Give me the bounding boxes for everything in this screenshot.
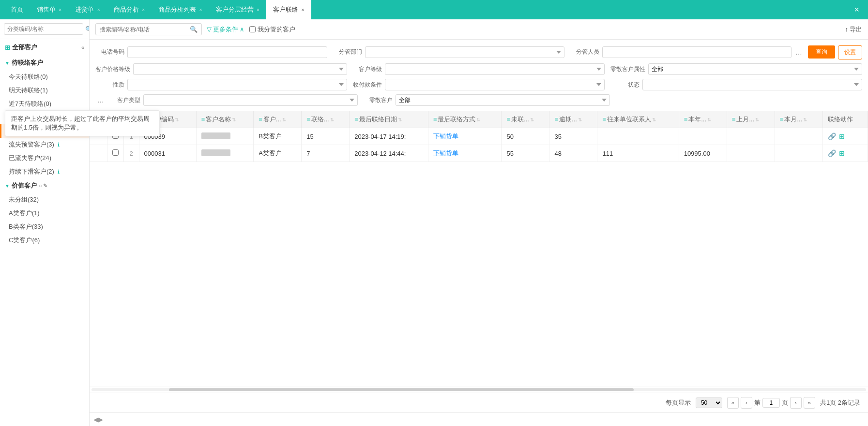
row-type: B类客户 <box>254 128 302 145</box>
page-sep: 页 <box>782 398 788 407</box>
bottom-left-btn[interactable]: ◀ <box>93 416 98 423</box>
phone-input[interactable] <box>127 46 327 58</box>
bottom-right-btn[interactable]: ▶ <box>98 416 103 423</box>
export-button[interactable]: ↑ 导出 <box>845 25 863 34</box>
row-name[interactable] <box>196 128 253 145</box>
filter-actions: 查询 设置 <box>808 44 862 59</box>
sidebar-item-a-class[interactable]: A类客户(1) <box>0 206 89 220</box>
table-header-last-contact-way[interactable]: ≡最后联络方式⇅ <box>428 111 502 128</box>
customer-table: ⚙ ≡客户编码⇅ ≡客户名称⇅ ≡客户...⇅ ≡联络...⇅ ≡最后联络日期⇅… <box>90 111 868 162</box>
retail-customer-select[interactable]: 全部 <box>396 94 610 106</box>
table-header-last-month[interactable]: ≡上月...⇅ <box>727 111 775 128</box>
row-uncontacted: 50 <box>502 128 549 145</box>
table-header-this-year[interactable]: ≡本年...⇅ <box>679 111 727 128</box>
more-dots[interactable]: ... <box>95 96 106 104</box>
table-header-last-contact-date[interactable]: ≡最后联络日期⇅ <box>350 111 428 128</box>
query-button[interactable]: 查询 <box>808 45 835 59</box>
my-customers-checkbox[interactable] <box>249 26 256 32</box>
export-icon: ↑ <box>845 26 849 33</box>
action-link-icon[interactable]: 🔗 <box>828 149 836 157</box>
sidebar-item-continuous-down[interactable]: 持续下滑客户(2) ℹ <box>0 165 89 178</box>
row-contact: 7 <box>302 145 350 162</box>
search-input[interactable] <box>100 26 188 33</box>
tooltip-popup: 距客户上次交易时长，超过了此客户的平均交易周期的1.5倍，则视为异常。 <box>5 110 160 136</box>
nav-purchase[interactable]: 进货单 × <box>68 0 107 19</box>
nav-sales-close[interactable]: × <box>59 7 61 13</box>
first-page-btn[interactable]: « <box>727 397 739 409</box>
chevron-down-icon: ∧ <box>240 26 244 33</box>
row-last-month <box>727 128 775 145</box>
table-header-overdue[interactable]: ≡逾期...⇅ <box>549 111 597 128</box>
page-input[interactable] <box>762 398 780 408</box>
table-header-company-contact[interactable]: ≡往来单位联系人⇅ <box>597 111 679 128</box>
row-checkbox[interactable] <box>107 145 123 162</box>
total-records: 共1页 2条记录 <box>820 398 860 407</box>
sidebar-search-input[interactable] <box>4 23 83 35</box>
last-page-btn[interactable]: » <box>804 397 815 409</box>
action-grid-icon[interactable]: ⊞ <box>839 132 845 140</box>
price-grade-select[interactable] <box>133 63 347 75</box>
row-this-month <box>775 145 822 162</box>
nav-product-analysis[interactable]: 商品分析 × <box>107 0 152 19</box>
sidebar-item-7days[interactable]: 近7天待联络(0) <box>0 97 89 111</box>
sidebar-item-today[interactable]: 今天待联络(0) <box>0 70 89 84</box>
retail-attr-select[interactable]: 全部 <box>648 63 862 75</box>
sidebar-item-lost-warning[interactable]: 流失预警客户(3) ℹ <box>0 138 89 151</box>
table-row: 1 000039 B类客户 15 2023-04-17 14:19: 下销货单 … <box>90 128 868 145</box>
nav-product-analysis-list[interactable]: 商品分析列表 × <box>152 0 209 19</box>
sidebar-item-already-lost[interactable]: 已流失客户(24) <box>0 151 89 165</box>
nav-customer-segment-close[interactable]: × <box>257 7 259 13</box>
scrollbar-thumb[interactable] <box>169 388 634 391</box>
table-header-contact[interactable]: ≡联络...⇅ <box>302 111 350 128</box>
dept-select[interactable] <box>365 46 565 58</box>
table-header-uncontacted[interactable]: ≡未联...⇅ <box>502 111 549 128</box>
pay-condition-select[interactable] <box>385 79 605 90</box>
nav-customer-segment[interactable]: 客户分层经营 × <box>209 0 266 19</box>
nav-customer-contact-close[interactable]: × <box>301 7 304 13</box>
nav-product-analysis-close[interactable]: × <box>142 7 145 13</box>
sidebar-all-customers[interactable]: ⊞ 全部客户 « <box>0 39 89 56</box>
prev-page-btn[interactable]: ‹ <box>741 397 752 409</box>
settings-group-icon[interactable]: ✎ <box>43 183 47 189</box>
row-last-contact-way[interactable]: 下销货单 <box>428 128 502 145</box>
nav-product-analysis-list-close[interactable]: × <box>199 7 202 13</box>
more-conditions-btn[interactable]: ▽ 更多条件 ∧ <box>207 25 244 34</box>
sidebar-search-icon[interactable]: 🔍 <box>85 26 90 33</box>
customer-grade-select[interactable] <box>385 63 605 75</box>
customer-grade-label: 客户等级 <box>353 65 382 73</box>
edit-group-icon[interactable]: ○ <box>39 183 42 189</box>
content-area: 🔍 ▽ 更多条件 ∧ 我分管的客户 ↑ 导出 电话号码 <box>90 19 868 426</box>
next-page-btn[interactable]: › <box>790 397 802 409</box>
customer-type-select[interactable] <box>143 94 358 106</box>
sidebar-value-group[interactable]: ▼ 价值客户 ○ ✎ <box>0 178 89 193</box>
table-header-type[interactable]: ≡客户...⇅ <box>254 111 302 128</box>
sidebar-item-b-class[interactable]: B类客户(33) <box>0 220 89 234</box>
status-select[interactable] <box>642 79 862 90</box>
nav-sales[interactable]: 销售单 × <box>30 0 68 19</box>
action-grid-icon[interactable]: ⊞ <box>839 149 845 157</box>
settings-button[interactable]: 设置 <box>838 45 862 59</box>
per-page-select[interactable]: 50100 <box>696 397 722 408</box>
sidebar-item-c-class[interactable]: C类客户(6) <box>0 234 89 247</box>
table-header-name[interactable]: ≡客户名称⇅ <box>196 111 253 128</box>
sidebar-pending-group[interactable]: ▼ 待联络客户 <box>0 56 89 70</box>
row-name[interactable] <box>196 145 253 162</box>
gender-select[interactable] <box>127 79 347 90</box>
nav-purchase-close[interactable]: × <box>97 7 100 13</box>
action-link-icon[interactable]: 🔗 <box>828 132 836 140</box>
row-last-contact-way[interactable]: 下销货单 <box>428 145 502 162</box>
nav-customer-contact[interactable]: 客户联络 × <box>266 0 311 19</box>
sidebar-item-ungroup[interactable]: 未分组(32) <box>0 193 89 206</box>
search-icon[interactable]: 🔍 <box>190 26 198 33</box>
window-close-button[interactable]: × <box>849 5 864 15</box>
row-last-month <box>727 145 775 162</box>
horizontal-scrollbar[interactable] <box>90 386 868 393</box>
table-header-action: 联络动作 <box>822 111 868 128</box>
manager-more-icon[interactable]: … <box>795 48 802 56</box>
sidebar-item-tomorrow[interactable]: 明天待联络(1) <box>0 84 89 97</box>
my-customers-filter[interactable]: 我分管的客户 <box>249 25 295 34</box>
row-company-contact <box>597 128 679 145</box>
table-header-this-month[interactable]: ≡本月...⇅ <box>775 111 822 128</box>
manager-input[interactable] <box>602 46 792 58</box>
nav-home[interactable]: 首页 <box>4 0 30 19</box>
